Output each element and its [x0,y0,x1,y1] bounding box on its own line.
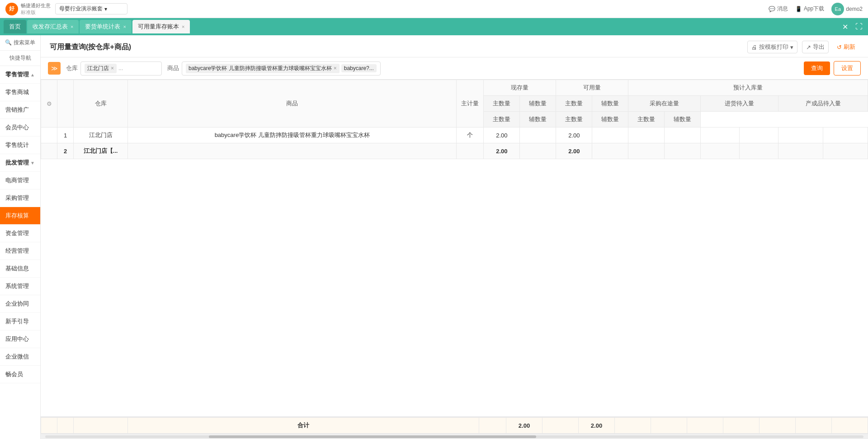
row2-incoming-main [701,143,740,159]
col-available-header: 可用量 [556,80,628,96]
row2-products-main [778,143,823,159]
user-menu[interactable]: Ea demo2 [831,3,863,15]
export-button[interactable]: ↗ 导出 [802,41,829,53]
row2-incoming-aux [740,143,778,159]
warehouse-input[interactable]: 江北门店 × ... [80,61,162,76]
settings-button[interactable]: 设置 [834,61,861,76]
row2-purchase-aux [665,143,701,159]
warehouse-tag-close[interactable]: × [111,65,114,71]
incoming-main-sub: 主数量 [556,112,592,127]
query-button[interactable]: 查询 [804,61,830,75]
column-settings-icon[interactable]: ⚙ [47,100,52,107]
sidebar-search[interactable]: 🔍 搜索菜单 [0,35,40,51]
available-main-header: 主数量 [556,96,592,112]
footer-current-main: 2.00 [506,418,542,434]
row2-no: 2 [57,143,74,159]
col-current-stock-header: 现存量 [484,80,556,96]
row1-incoming-aux [740,127,778,143]
sidebar-item-retail-shop[interactable]: 零售商城 [0,84,40,101]
horizontal-scrollbar[interactable] [41,434,868,439]
row2-products-aux [823,143,868,159]
available-tab-label: 可用量库存账本 [138,23,179,31]
goods-input[interactable]: babycare学饮杯 儿童防摔防撞吸管杯重力球吸嘴杯宝宝水杯 × babyca… [182,61,381,76]
top-header: 好 畅捷通好生意 标准版 母婴行业演示账套 ▾ 💬 消息 📱 App下载 Ea … [0,0,868,18]
export-icon: ↗ [806,44,811,51]
sidebar-section: 零售管理 ▲ 零售商城 营销推广 会员中心 零售统计 批发管理 ▼ 电商管理 [0,66,40,383]
sidebar-quick-nav[interactable]: 快捷导航 [0,51,40,66]
sidebar-item-member[interactable]: 会员中心 [0,119,40,137]
row2-available-aux [592,143,628,159]
row2-warehouse: 江北门店【... [74,143,128,159]
main-layout: 🔍 搜索菜单 快捷导航 零售管理 ▲ 零售商城 营销推广 会员中心 零售统计 [0,35,868,439]
sidebar-item-basics[interactable]: 基础信息 [0,260,40,278]
industry-selector[interactable]: 母婴行业演示账套 ▾ [55,3,127,14]
filter-bar: ≫ 仓库 江北门店 × ... 商品 babycare学饮杯 儿童防摔防撞吸管杯… [41,57,868,80]
tab-available[interactable]: 可用量库存账本 × [132,20,190,33]
sidebar-item-retail[interactable]: 零售管理 ▲ [0,66,40,84]
purchase-transit-header: 采购在途量 [628,96,701,112]
home-tab-label: 首页 [9,23,21,31]
goods-label: 商品 [167,64,179,72]
tab-orders[interactable]: 要货单统计表 × [80,20,131,33]
sidebar-item-ecommerce[interactable]: 电商管理 [0,172,40,189]
products-aux-sub: 辅数量 [665,112,701,127]
col-warehouse-header: 仓库 [74,80,128,127]
content-area: 可用量查询(按仓库+商品) 🖨 按模板打印 ▾ ↗ 导出 ↺ 刷新 [41,35,868,439]
footer-label: 合计 [128,418,479,434]
sidebar-item-newuser[interactable]: 新手引导 [0,313,40,330]
search-icon: 🔍 [5,39,12,46]
col-no-header [57,80,74,127]
warehouse-more[interactable]: ... [118,65,123,71]
sidebar-item-purchase[interactable]: 采购管理 [0,189,40,207]
close-tab-icon[interactable]: ✕ [840,22,850,32]
page-actions: 🖨 按模板打印 ▾ ↗ 导出 ↺ 刷新 [747,41,859,53]
message-icon: 💬 [769,6,775,12]
sidebar-item-finance[interactable]: 资金管理 [0,225,40,242]
fullscreen-icon[interactable]: ⛶ [854,22,864,32]
orders-close-icon[interactable]: × [123,24,126,29]
current-main-header: 主数量 [484,96,520,112]
scrollbar-thumb[interactable] [209,435,536,438]
header-right: 💬 消息 📱 App下载 Ea demo2 [769,3,863,15]
sidebar-item-system[interactable]: 系统管理 [0,278,40,295]
sidebar-item-enterprise[interactable]: 企业协同 [0,295,40,313]
filter-actions: 查询 设置 [804,61,861,76]
sidebar-item-inventory[interactable]: 库存核算 [0,207,40,225]
sidebar-item-retail-stats[interactable]: 零售统计 [0,137,40,154]
table-row: 2 江北门店【... 2.00 2.00 [41,143,868,159]
goods-tag-1-close[interactable]: × [334,65,337,71]
row1-available-aux [592,127,628,143]
purchase-aux-sub: 辅数量 [520,112,556,127]
row1-products-aux [823,127,868,143]
products-main-sub: 主数量 [628,112,665,127]
orders-tab-label: 要货单统计表 [85,23,120,31]
nav-tabs: 首页 收发存汇总表 × 要货单统计表 × 可用量库存账本 × ✕ ⛶ [0,18,868,35]
sidebar-item-wechat[interactable]: 企业微信 [0,348,40,366]
tab-receipts[interactable]: 收发存汇总表 × [27,20,79,33]
receipts-close-icon[interactable]: × [71,24,73,29]
row1-no: 1 [57,127,74,143]
avatar: Ea [831,3,844,15]
footer-table: 合计 2.00 2.00 [41,417,868,434]
sidebar-item-appstore[interactable]: 应用中心 [0,330,40,348]
refresh-icon: ↺ [837,44,842,51]
refresh-button[interactable]: ↺ 刷新 [833,41,859,53]
available-close-icon[interactable]: × [182,24,184,29]
print-icon: 🖨 [751,44,757,51]
sidebar-item-vip[interactable]: 畅会员 [0,366,40,383]
row1-products-main [778,127,823,143]
row2-purchase-main [628,143,665,159]
app-download-button[interactable]: 📱 App下载 [795,5,824,13]
row2-current-main: 2.00 [484,143,520,159]
sidebar-item-operations[interactable]: 经营管理 [0,242,40,260]
chevron-down-icon: ▾ [104,6,107,12]
sidebar-item-marketing[interactable]: 营销推广 [0,101,40,119]
warehouse-tag: 江北门店 × [85,64,117,73]
sidebar-item-wholesale[interactable]: 批发管理 ▼ [0,154,40,172]
header-left: 好 畅捷通好生意 标准版 母婴行业演示账套 ▾ [5,2,127,15]
message-button[interactable]: 💬 消息 [769,5,788,13]
receipts-tab-label: 收发存汇总表 [33,23,68,31]
tab-home[interactable]: 首页 [4,20,26,33]
print-button[interactable]: 🖨 按模板打印 ▾ [747,41,797,53]
filter-toggle-button[interactable]: ≫ [48,62,61,75]
